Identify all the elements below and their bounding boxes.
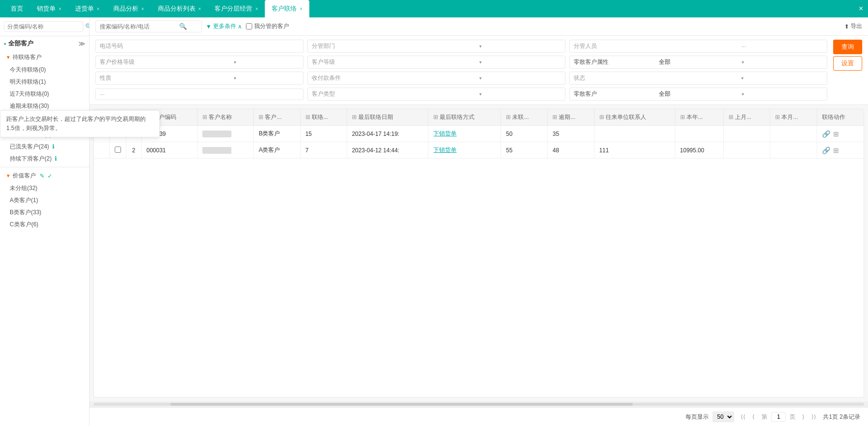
filter-row-1: 电话号码 分管部门 ▾ 分管人员 ··· <box>95 40 827 53</box>
retail-customer-filter[interactable]: 零散客户 全部 ▾ <box>569 88 827 101</box>
row1-last-contact-method[interactable]: 下销货单 <box>428 126 501 142</box>
nav-customer-segmentation[interactable]: 客户分层经营 × <box>208 0 265 17</box>
value-group-edit-icon[interactable]: ✎ <box>40 173 45 179</box>
price-grade-filter[interactable]: 客户价格等级 ▾ <box>95 56 304 69</box>
search-input-wrapper: 🔍 <box>95 20 202 32</box>
customer-grade-label: 客户等级 <box>312 58 394 66</box>
last-page-icon[interactable]: ⟩⟩ <box>808 412 819 421</box>
sidebar-pending-group[interactable]: ▼ 待联络客户 <box>0 51 89 64</box>
dept-filter[interactable]: 分管部门 ▾ <box>307 40 565 53</box>
th-this-year[interactable]: ⊞本年... <box>675 109 724 126</box>
filter-icon: ▼ <box>206 23 212 30</box>
search-input[interactable] <box>100 23 177 30</box>
nav-customer-contact[interactable]: 客户联络 × <box>265 0 309 17</box>
my-customers-checkbox[interactable]: 我分管的客户 <box>246 22 289 30</box>
sidebar-item-declining[interactable]: 持续下滑客户(2) ℹ <box>0 153 89 165</box>
dots-filter[interactable]: ··· <box>95 88 304 100</box>
th-customer-type[interactable]: ⊞客户... <box>254 109 300 126</box>
settings-button[interactable]: 设置 <box>833 56 862 71</box>
sidebar-item-a-class[interactable]: A类客户(1) <box>0 194 89 206</box>
more-conditions-button[interactable]: ▼ 更多条件 ∧ <box>206 22 242 30</box>
row1-customer-name <box>198 126 254 142</box>
nav-sales-order[interactable]: 销货单 × <box>30 0 68 17</box>
my-customers-check[interactable] <box>246 23 252 29</box>
row1-contact-icon[interactable]: 🔗 <box>822 130 830 138</box>
filter-action-buttons: 查询 设置 <box>833 40 862 101</box>
customer-grade-filter[interactable]: 客户等级 ▾ <box>307 56 565 69</box>
nav-purchase-order[interactable]: 进货单 × <box>68 0 107 17</box>
status-filter[interactable]: 状态 ▾ <box>569 72 827 85</box>
sidebar-collapse-icon[interactable]: ≫ <box>78 40 85 47</box>
sidebar-item-c-class[interactable]: C类客户(6) <box>0 219 89 231</box>
row2-contact-icon[interactable]: 🔗 <box>822 147 830 154</box>
sidebar-item-churned[interactable]: 已流失客户(24) ℹ <box>0 141 89 153</box>
status-chevron-icon: ▾ <box>741 75 823 81</box>
payment-filter[interactable]: 收付款条件 ▾ <box>307 72 565 85</box>
sidebar-item-tomorrow-pending[interactable]: 明天待联络(1) <box>0 76 89 88</box>
row2-contact-method-link[interactable]: 下销货单 <box>433 147 457 153</box>
scrollbar-thumb[interactable] <box>170 403 633 406</box>
export-button[interactable]: ⬆ 导出 <box>844 22 862 30</box>
table-row: 1 000039 B类客户 15 2023-04-17 14:19: 下销货单 … <box>94 126 864 142</box>
customer-type-filter[interactable]: 客户类型 ▾ <box>307 88 565 101</box>
row2-last-contact-method[interactable]: 下销货单 <box>428 142 501 159</box>
close-customer-segmentation-icon[interactable]: × <box>255 6 258 12</box>
th-this-month[interactable]: ⊞本月... <box>770 109 817 126</box>
retail-customer-chevron-icon: ▾ <box>742 91 823 97</box>
sidebar-item-ungrouped[interactable]: 未分组(32) <box>0 182 89 194</box>
th-last-month[interactable]: ⊞上月... <box>724 109 770 126</box>
row2-this-year: 10995.00 <box>675 142 724 159</box>
row2-last-month <box>724 142 770 159</box>
retail-attr-filter[interactable]: 零散客户属性 全部 ▾ <box>569 56 827 69</box>
customer-grade-chevron-icon: ▾ <box>479 59 561 65</box>
nature-filter[interactable]: 性质 ▾ <box>95 72 304 85</box>
retail-attr-chevron-icon: ▾ <box>742 59 823 65</box>
first-page-icon[interactable]: ⟨⟨ <box>738 412 748 421</box>
nav-home[interactable]: 首页 <box>4 0 30 17</box>
sidebar-item-b-class[interactable]: B类客户(33) <box>0 206 89 219</box>
manager-filter[interactable]: 分管人员 ··· <box>569 40 827 53</box>
nav-product-analysis[interactable]: 商品分析 × <box>107 0 151 17</box>
th-customer-name[interactable]: ⊞客户名称 <box>198 109 254 126</box>
sidebar-value-group[interactable]: ▼ 价值客户 ✎ ✓ <box>0 169 89 182</box>
next-page-icon[interactable]: ⟩ <box>799 412 807 421</box>
row2-contact-person: 111 <box>594 142 675 159</box>
phone-filter[interactable]: 电话号码 <box>95 40 304 53</box>
retail-attr-label: 零散客户属性 <box>574 58 655 66</box>
sidebar-search-input[interactable] <box>4 21 83 32</box>
page-input[interactable] <box>771 412 786 422</box>
row2-select-checkbox[interactable] <box>115 147 121 153</box>
window-close-icon[interactable]: × <box>859 4 863 13</box>
row1-more-icon[interactable]: ⊞ <box>833 130 839 138</box>
nav-product-analysis-list[interactable]: 商品分析列表 × <box>151 0 208 17</box>
horizontal-scrollbar[interactable] <box>90 401 868 407</box>
payment-label: 收付款条件 <box>312 74 394 82</box>
search-icon[interactable]: 🔍 <box>179 23 187 30</box>
row2-more-icon[interactable]: ⊞ <box>833 147 839 154</box>
close-product-analysis-list-icon[interactable]: × <box>198 6 201 12</box>
sidebar-item-today-pending[interactable]: 今天待联络(0) <box>0 64 89 76</box>
th-last-contact-date[interactable]: ⊞最后联络日期 <box>347 109 428 126</box>
sidebar-all-customers[interactable]: ▪ 全部客户 ≫ <box>0 36 89 51</box>
close-customer-contact-icon[interactable]: × <box>300 6 303 12</box>
per-page-select[interactable]: 50 <box>713 411 734 422</box>
row1-contact-method-link[interactable]: 下销货单 <box>433 130 457 137</box>
value-group-check-icon[interactable]: ✓ <box>47 173 52 179</box>
prev-page-icon[interactable]: ⟨ <box>749 412 758 421</box>
nature-chevron-icon: ▾ <box>234 75 299 81</box>
close-sales-order-icon[interactable]: × <box>59 6 61 12</box>
th-overdue[interactable]: ⊞逾期... <box>548 109 594 126</box>
th-contact-person[interactable]: ⊞往来单位联系人 <box>594 109 675 126</box>
customer-table: ⚙ ⊞客户编码 ⊞客户名称 ⊞客户... <box>94 109 864 159</box>
close-purchase-order-icon[interactable]: × <box>97 6 100 12</box>
th-contact[interactable]: ⊞联络... <box>300 109 347 126</box>
th-last-contact-method[interactable]: ⊞最后联络方式 <box>428 109 501 126</box>
th-unread[interactable]: ⊞未联... <box>501 109 548 126</box>
query-button[interactable]: 查询 <box>833 40 862 54</box>
page-unit: 页 <box>787 412 798 422</box>
page-navigation: ⟨⟨ ⟨ 第 页 ⟩ ⟩⟩ <box>738 412 819 422</box>
sidebar-item-7days-pending[interactable]: 近7天待联络(0) <box>0 88 89 100</box>
customer-type-chevron-icon: ▾ <box>479 91 561 97</box>
sidebar-search-icon[interactable]: 🔍 <box>85 23 90 30</box>
close-product-analysis-icon[interactable]: × <box>141 6 144 12</box>
